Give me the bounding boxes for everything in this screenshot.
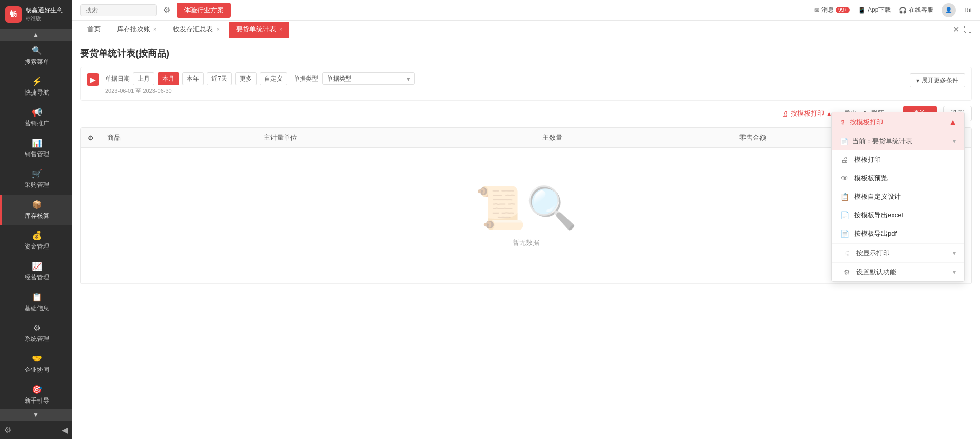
date-filter: 单据日期 上月 本月 本年 近7天 更多 自定义 (105, 72, 287, 85)
sidebar-item-guide[interactable]: 🎯 新手引导 (0, 379, 72, 409)
topbar-search-input[interactable] (80, 4, 157, 16)
app-logo: 畅 畅赢通好生意 标准版 (0, 0, 72, 29)
export-excel-icon: 📄 (840, 211, 849, 219)
sidebar-item-purchase[interactable]: 🛒 采购管理 (0, 164, 72, 195)
date-btn-7days[interactable]: 近7天 (207, 72, 232, 85)
tab-bar: 首页 库存批次账 × 收发存汇总表 × 要货单统计表 × ✕ ⛶ (72, 21, 980, 39)
set-default-arrow: ▾ (953, 269, 956, 276)
expand-icon: ▾ (916, 77, 919, 84)
col-product: 商品 (101, 128, 258, 148)
quick-nav-icon: ⚡ (32, 77, 42, 86)
topbar-right: ✉ 消息 99+ 📱 App下载 🎧 在线客服 👤 Rit (814, 3, 972, 17)
collapse-icon[interactable]: ◀ (62, 425, 68, 435)
messages-badge: 99+ (836, 7, 850, 13)
inventory-icon: 📦 (32, 200, 42, 209)
basic-icon: 📋 (32, 292, 42, 302)
sidebar-item-label: 系统管理 (25, 335, 49, 343)
sidebar-item-label: 快捷导航 (25, 88, 49, 97)
date-btn-custom[interactable]: 自定义 (260, 72, 287, 85)
page-title: 要货单统计表(按商品) (80, 47, 972, 60)
expand-label: 展开更多条件 (922, 76, 958, 85)
template-print-label: 模板打印 (854, 155, 881, 164)
sidebar-item-label: 基础信息 (25, 304, 49, 313)
filter-toggle-button[interactable]: ▶ (87, 73, 99, 86)
home-label: 首页 (87, 25, 101, 34)
date-btn-this-year[interactable]: 本年 (182, 72, 204, 85)
tab-order-stats[interactable]: 要货单统计表 × (229, 22, 289, 38)
display-print-icon: 🖨 (842, 249, 851, 257)
sidebar-item-label: 企业协同 (25, 366, 49, 374)
sidebar-item-label: 采购管理 (25, 181, 49, 189)
set-default-label: 设置默认功能 (856, 268, 896, 277)
sidebar-item-label: 库存核算 (25, 212, 49, 220)
sidebar: 畅 畅赢通好生意 标准版 ▲ 🔍 搜索菜单 ⚡ 快捷导航 📢 营销推广 📊 销售… (0, 0, 72, 439)
type-filter-select[interactable]: 单据类型 (322, 72, 415, 85)
export-pdf-label: 按模板导出pdf (854, 229, 897, 238)
date-btn-this-month[interactable]: 本月 (158, 72, 179, 85)
print-dropdown: 🖨 按模板打印 ▲ 📄 当前：要货单统计表 ▾ 🖨 模板打印 👁 模板板预览 (831, 112, 965, 282)
col-settings[interactable]: ⚙ (81, 128, 101, 148)
scroll-up[interactable]: ▲ (0, 29, 72, 41)
current-label-text: 📄 当前：要货单统计表 (840, 137, 912, 146)
sidebar-item-enterprise[interactable]: 🤝 企业协同 (0, 349, 72, 379)
date-filter-group: 单据日期 上月 本月 本年 近7天 更多 自定义 2023-06-01 至 20… (105, 72, 287, 95)
sales-icon: 📊 (32, 138, 42, 148)
sidebar-item-operation[interactable]: 📈 经营管理 (0, 256, 72, 287)
scroll-down[interactable]: ▼ (0, 409, 72, 421)
guide-icon: 🎯 (32, 385, 42, 394)
dropdown-item-set-default[interactable]: ⚙ 设置默认功能 ▾ (832, 262, 964, 281)
print-template-label: 按模板打印 (791, 109, 824, 118)
tab-home[interactable]: 首页 (80, 22, 108, 38)
dropdown-item-display-print[interactable]: 🖨 按显示打印 ▾ (832, 243, 964, 262)
sidebar-item-sales[interactable]: 📊 销售管理 (0, 133, 72, 164)
expand-more-button[interactable]: ▾ 展开更多条件 (910, 73, 965, 87)
dropdown-item-export-pdf[interactable]: 📄 按模板导出pdf (832, 224, 964, 243)
messages-label: 消息 (821, 6, 834, 14)
tab-receivable-summary[interactable]: 收发存汇总表 × (166, 22, 226, 38)
dropdown-item-template-preview[interactable]: 👁 模板板预览 (832, 169, 964, 187)
sidebar-item-label: 营销推广 (25, 119, 49, 128)
sidebar-item-system[interactable]: ⚙ 系统管理 (0, 318, 72, 349)
tabs-expand-icon[interactable]: ⛶ (964, 25, 972, 34)
template-custom-label: 模板自定义设计 (854, 192, 901, 201)
date-btn-prev-month[interactable]: 上月 (133, 72, 154, 85)
sidebar-item-inventory[interactable]: 📦 库存核算 (0, 195, 72, 225)
sidebar-item-basic[interactable]: 📋 基础信息 (0, 287, 72, 318)
online-service-item[interactable]: 🎧 在线客服 (899, 6, 933, 14)
tab-receivable-summary-close[interactable]: × (216, 26, 219, 32)
dropdown-collapse-button[interactable]: ▲ (949, 118, 957, 127)
system-icon: ⚙ (33, 323, 41, 333)
app-download-item[interactable]: 📱 App下载 (858, 6, 891, 14)
topbar-gear-icon[interactable]: ⚙ (163, 5, 170, 15)
user-avatar[interactable]: 👤 (942, 3, 956, 17)
empty-text: 暂无数据 (513, 238, 539, 247)
sidebar-item-label: 经营管理 (25, 273, 49, 282)
print-template-button[interactable]: 🖨 按模板打印 ▲ (782, 109, 832, 118)
tab-order-stats-close[interactable]: × (279, 26, 282, 32)
finance-icon: 💰 (32, 231, 42, 240)
sidebar-item-quick-nav[interactable]: ⚡ 快捷导航 (0, 71, 72, 102)
sidebar-item-marketing[interactable]: 📢 营销推广 (0, 102, 72, 133)
purchase-icon: 🛒 (32, 169, 42, 179)
tabs-close-all-icon[interactable]: ✕ (953, 25, 959, 34)
trial-button[interactable]: 体验行业方案 (177, 3, 231, 18)
printer-icon: 🖨 (782, 110, 789, 118)
settings-icon[interactable]: ⚙ (4, 425, 11, 435)
tab-inventory-batch[interactable]: 库存批次账 × (110, 22, 164, 38)
tab-inventory-batch-close[interactable]: × (153, 26, 156, 32)
sidebar-bottom: ⚙ ◀ (0, 421, 72, 439)
dropdown-current-label: 📄 当前：要货单统计表 ▾ (832, 132, 964, 150)
topbar: ⚙ 体验行业方案 ✉ 消息 99+ 📱 App下载 🎧 在线客服 👤 Rit (72, 0, 980, 21)
main-area: ⚙ 体验行业方案 ✉ 消息 99+ 📱 App下载 🎧 在线客服 👤 Rit 首… (72, 0, 980, 439)
messages-item[interactable]: ✉ 消息 99+ (814, 6, 850, 14)
sidebar-item-search[interactable]: 🔍 搜索菜单 (0, 41, 72, 71)
export-excel-label: 按模板导出excel (854, 211, 903, 220)
display-print-label: 按显示打印 (856, 249, 890, 258)
date-btn-more[interactable]: 更多 (235, 72, 257, 85)
template-custom-icon: 📋 (840, 193, 849, 201)
dropdown-item-template-custom[interactable]: 📋 模板自定义设计 (832, 187, 964, 206)
dropdown-item-template-print[interactable]: 🖨 模板打印 (832, 150, 964, 169)
sidebar-item-finance[interactable]: 💰 资金管理 (0, 225, 72, 256)
dropdown-item-export-excel[interactable]: 📄 按模板导出excel (832, 206, 964, 224)
content-area: 要货单统计表(按商品) ▶ 单据日期 上月 本月 本年 近7天 更多 自定义 2… (72, 39, 980, 439)
